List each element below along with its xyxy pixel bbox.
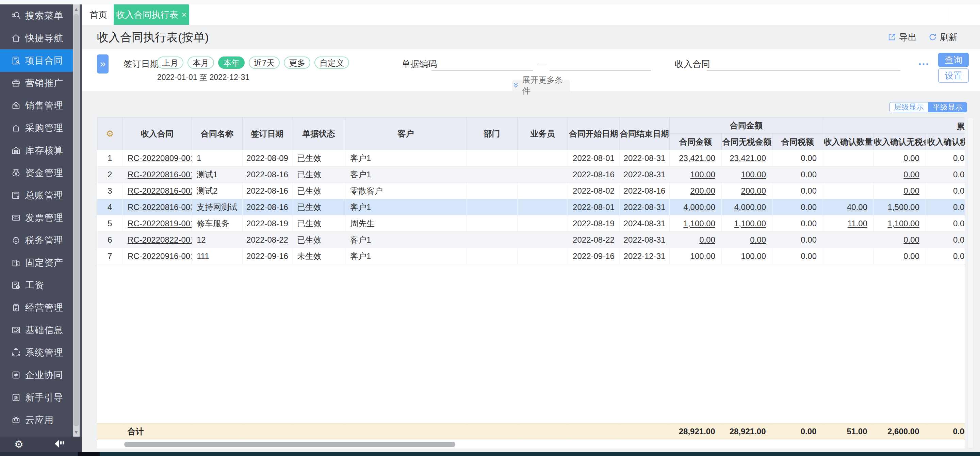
expand-more-conditions-button[interactable]: 展开更多条件	[512, 79, 570, 91]
cell-link[interactable]: 0.00	[904, 251, 920, 261]
cell-link[interactable]: RC-20220809-001	[127, 154, 192, 163]
cell-link[interactable]: 1,100.00	[888, 219, 920, 228]
cell-link[interactable]: 40.00	[847, 202, 867, 212]
cell-link[interactable]: 4,000.00	[684, 202, 715, 212]
sidebar-item-发票管理[interactable]: 发票管理	[0, 207, 73, 229]
sidebar-item-快捷导航[interactable]: 快捷导航	[0, 27, 73, 49]
cell-link[interactable]: 1,100.00	[734, 219, 766, 228]
cell-link[interactable]: 0.00	[750, 235, 766, 244]
sidebar-item-项目合同[interactable]: 项目合同	[0, 49, 73, 72]
table-cell: 0.00	[926, 183, 965, 199]
sidebar-item-新手引导[interactable]: 新新手引导	[0, 386, 73, 409]
doc-code-to-input[interactable]	[550, 58, 651, 71]
date-pill-本月[interactable]: 本月	[188, 57, 214, 69]
income-contract-label: 收入合同	[675, 58, 710, 70]
date-pill-自定义[interactable]: 自定义	[314, 57, 349, 69]
cell-link[interactable]: RC-20220916-001	[127, 251, 192, 261]
vertical-scrollbar[interactable]	[967, 118, 974, 448]
cell-link[interactable]: RC-20220816-003	[127, 202, 192, 212]
cell-link[interactable]: 100.00	[741, 251, 766, 261]
table-cell: RC-20220809-001	[123, 150, 192, 167]
column-header: 合同开始日期	[568, 118, 620, 150]
sidebar-item-工资[interactable]: 工资	[0, 274, 73, 296]
sidebar-item-营销推广[interactable]: 营销推广	[0, 72, 73, 94]
sidebar-item-搜索菜单[interactable]: 搜索菜单	[0, 5, 73, 27]
cell-link[interactable]: 200.00	[690, 186, 715, 195]
cell-link[interactable]: RC-20220816-001	[127, 170, 192, 179]
sidebar-item-资金管理[interactable]: 资金管理	[0, 162, 73, 184]
cell-link[interactable]: 0.00	[904, 235, 920, 244]
column-header: 合同税额	[772, 134, 823, 150]
sidebar-item-经营管理[interactable]: 经营管理	[0, 296, 73, 319]
settings-button[interactable]: 设置	[938, 68, 969, 83]
sidebar-item-采购管理[interactable]: 采购管理	[0, 117, 73, 139]
sidebar-item-基础信息[interactable]: 基础信息	[0, 319, 73, 341]
table-cell: 2022-08-19	[243, 215, 292, 232]
cell-link[interactable]: 4,000.00	[734, 202, 766, 212]
table-row[interactable]: 5RC-20220819-001修车服务2022-08-19已生效周先生2022…	[97, 215, 965, 232]
toggle-flat-view[interactable]: 平级显示	[928, 102, 967, 112]
collapse-sidebar-icon[interactable]	[53, 439, 65, 450]
cell-link[interactable]: 0.00	[904, 186, 920, 195]
toggle-hierarchy-view[interactable]: 层级显示	[889, 102, 928, 112]
cell-link[interactable]: 1,100.00	[684, 219, 715, 228]
sidebar-item-企业协同[interactable]: 企业协同	[0, 364, 73, 386]
table-cell: 2022-08-22	[243, 232, 292, 248]
refresh-button[interactable]: 刷新	[928, 31, 958, 43]
cell-link[interactable]: 0.00	[904, 154, 920, 163]
tab-home[interactable]: 首页	[89, 5, 107, 25]
cell-link[interactable]: RC-20220822-001	[127, 235, 192, 244]
scroll-down-icon[interactable]: ▼	[73, 429, 80, 435]
sidebar-item-云应用[interactable]: 云应用	[0, 409, 73, 431]
horizontal-scrollbar-thumb[interactable]	[124, 442, 455, 447]
sidebar-item-库存核算[interactable]: 库存核算	[0, 139, 73, 162]
date-pill-更多[interactable]: 更多	[284, 57, 310, 69]
horizontal-scrollbar[interactable]	[97, 441, 965, 448]
table-row[interactable]: 4RC-20220816-003支持网测试2022-08-16已生效客户1202…	[97, 199, 965, 215]
tab-close-icon[interactable]: ×	[181, 10, 186, 20]
table-row[interactable]: 3RC-20220816-002测试22022-08-16已生效零散客户2022…	[97, 183, 965, 199]
filter-panel: » 签订日期 上月本月本年近7天更多自定义 2022-01-01 至 2022-…	[82, 49, 980, 91]
cell-link[interactable]: 23,421.00	[730, 154, 766, 163]
cell-link[interactable]: 200.00	[741, 186, 766, 195]
cell-link[interactable]: 0.00	[699, 235, 715, 244]
sidebar-item-税务管理[interactable]: 税务管理	[0, 229, 73, 251]
date-pill-近7天[interactable]: 近7天	[249, 57, 280, 69]
table-row[interactable]: 6RC-20220822-001122022-08-22已生效客户12022-0…	[97, 232, 965, 248]
cell-link[interactable]: 11.00	[848, 219, 867, 228]
table-cell	[517, 232, 568, 248]
table-row[interactable]: 7RC-20220916-0011112022-09-16未生效客户12022-…	[97, 248, 965, 264]
sidebar-item-总账管理[interactable]: 总账管理	[0, 184, 73, 207]
query-button[interactable]: 查询	[938, 53, 969, 67]
export-button[interactable]: 导出	[888, 31, 917, 43]
cell-link[interactable]: 100.00	[690, 251, 715, 261]
page-header: 收入合同执行表(按单) 导出 刷新	[82, 25, 980, 49]
cell-link[interactable]: RC-20220816-002	[127, 186, 192, 195]
tab-income-contract-report[interactable]: 收入合同执行表 ×	[114, 5, 189, 25]
column-header: 收入合同	[123, 118, 192, 150]
income-contract-input[interactable]	[707, 58, 900, 71]
sidebar-item-系统管理[interactable]: 系统管理	[0, 341, 73, 364]
date-pill-上月[interactable]: 上月	[157, 57, 183, 69]
table-row[interactable]: 1RC-20220809-00112022-08-09已生效客户12022-08…	[97, 150, 965, 167]
expand-filter-button[interactable]: »	[97, 54, 108, 73]
cell-link[interactable]: 1,500.00	[888, 202, 920, 212]
sidebar-scrollbar-thumb[interactable]	[73, 14, 79, 426]
table-row[interactable]: 2RC-20220816-001测试12022-08-16已生效客户12022-…	[97, 167, 965, 183]
scroll-up-icon[interactable]: ▲	[73, 6, 80, 12]
date-pill-本年[interactable]: 本年	[218, 57, 245, 69]
more-options-ellipsis[interactable]: ...	[915, 56, 932, 70]
app-window: 搜索菜单快捷导航项目合同营销推广销售管理采购管理库存核算资金管理总账管理发票管理…	[0, 0, 980, 456]
cell-link[interactable]: 100.00	[690, 170, 715, 179]
sidebar-item-销售管理[interactable]: 销售管理	[0, 94, 73, 117]
cell-link[interactable]: 0.00	[904, 170, 920, 179]
doc-code-from-input[interactable]	[431, 58, 533, 71]
gear-icon[interactable]: ⚙	[106, 129, 114, 139]
totals-row: 合计28,921.0028,921.000.0051.002,600.000.0…	[97, 423, 965, 440]
sidebar-item-固定资产[interactable]: 固定资产	[0, 251, 73, 274]
settings-gear-icon[interactable]: ⚙	[14, 437, 24, 452]
sidebar-scrollbar[interactable]: ▲ ▼	[73, 5, 80, 437]
cell-link[interactable]: RC-20220819-001	[127, 219, 192, 228]
cell-link[interactable]: 100.00	[741, 170, 766, 179]
cell-link[interactable]: 23,421.00	[679, 154, 715, 163]
